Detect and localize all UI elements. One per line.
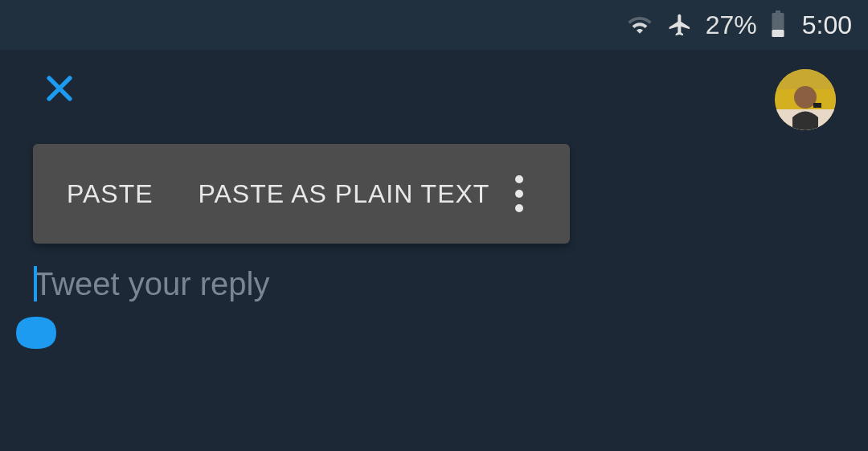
svg-rect-1 <box>776 10 780 14</box>
svg-rect-2 <box>772 30 784 37</box>
battery-percent: 27% <box>706 10 757 40</box>
more-vertical-icon <box>515 175 523 183</box>
svg-rect-7 <box>813 103 821 108</box>
compose-header <box>0 50 868 130</box>
close-button[interactable] <box>40 69 79 108</box>
text-context-menu: PASTE PASTE AS PLAIN TEXT <box>33 144 570 244</box>
close-icon <box>42 71 77 106</box>
text-cursor <box>34 266 37 301</box>
user-avatar[interactable] <box>775 69 836 130</box>
clock: 5:00 <box>802 10 852 40</box>
wifi-icon <box>625 12 654 38</box>
airplane-mode-icon <box>667 12 693 38</box>
svg-point-6 <box>794 86 817 109</box>
paste-button[interactable]: PASTE <box>67 179 154 209</box>
text-selection-handle[interactable] <box>16 302 56 351</box>
compose-input[interactable]: Tweet your reply <box>32 266 836 302</box>
battery-icon <box>770 10 786 39</box>
context-menu-overflow-button[interactable] <box>502 169 536 219</box>
status-bar: 27% 5:00 <box>0 0 868 50</box>
paste-plain-text-button[interactable]: PASTE AS PLAIN TEXT <box>199 179 490 209</box>
compose-placeholder: Tweet your reply <box>32 266 836 302</box>
